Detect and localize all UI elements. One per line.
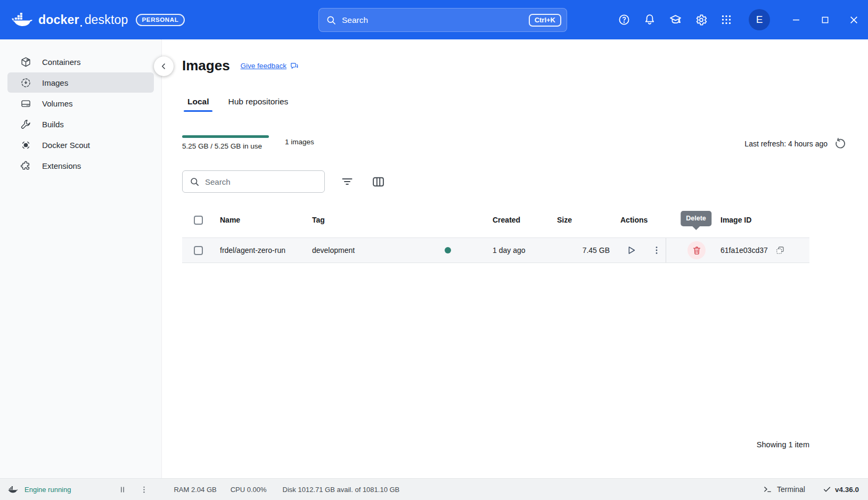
version-indicator[interactable]: v4.36.0 [819, 485, 859, 494]
tab-local-label: Local [187, 97, 209, 106]
containers-icon [20, 56, 31, 68]
image-tag: development [309, 246, 437, 255]
table-row: frdel/agent-zero-run development 1 day a… [182, 237, 809, 263]
sidebar-item-label: Builds [42, 120, 64, 129]
image-size: 7.45 GB [543, 246, 610, 255]
row-actions [610, 241, 666, 259]
sidebar-item-label: Images [42, 78, 68, 87]
images-table: Name Tag Created Size Actions Image ID f… [182, 210, 809, 263]
delete-image-button[interactable] [687, 241, 706, 259]
search-icon [326, 15, 337, 26]
sidebar-item-extensions[interactable]: Extensions [7, 155, 154, 176]
window-close-button[interactable] [839, 0, 868, 39]
brand-dot [80, 25, 82, 27]
sidebar-item-label: Extensions [42, 161, 81, 170]
sidebar-item-docker-scout[interactable]: Docker Scout [7, 135, 154, 155]
volumes-icon [20, 98, 31, 109]
terminal-button[interactable]: Terminal [758, 485, 805, 494]
brand-text: docker desktop [38, 13, 128, 27]
images-count: 1 images [285, 138, 314, 146]
cpu-usage: CPU 0.00% [231, 486, 267, 494]
table-toolbar [182, 170, 388, 193]
help-button[interactable] [613, 9, 635, 30]
builds-icon [20, 119, 31, 130]
column-header-image-id[interactable]: Image ID [716, 216, 809, 224]
user-avatar[interactable]: E [749, 9, 770, 30]
table-header: Name Tag Created Size Actions Image ID [182, 210, 809, 230]
sidebar-item-images[interactable]: Images [7, 72, 154, 93]
tab-hub-label: Hub repositories [228, 97, 288, 106]
last-refresh-text: Last refresh: 4 hours ago [744, 140, 828, 148]
row-more-actions-button[interactable] [648, 241, 666, 259]
ram-usage: RAM 2.04 GB [174, 486, 216, 494]
row-checkbox[interactable] [194, 246, 203, 255]
window-minimize-button[interactable] [782, 0, 810, 39]
tab-hub-repositories[interactable]: Hub repositories [224, 97, 292, 112]
engine-status-label[interactable]: Engine running [24, 486, 71, 494]
version-label: v4.36.0 [835, 486, 859, 494]
usage-summary: 5.25 GB / 5.25 GB in use 1 images Last r… [182, 133, 847, 150]
row-count-label: Showing 1 item [757, 440, 809, 449]
disk-usage-label: Disk 1012.71 GB avail. of 1081.10 GB [283, 486, 400, 494]
terminal-label: Terminal [777, 485, 805, 494]
run-image-button[interactable] [622, 241, 640, 259]
column-header-name[interactable]: Name [215, 216, 309, 224]
sidebar-collapse-button[interactable] [154, 56, 174, 76]
usage-progress-bar [182, 135, 269, 138]
plan-badge[interactable]: PERSONAL [136, 14, 185, 26]
column-header-created[interactable]: Created [490, 216, 543, 224]
images-page: Images Give feedback Local Hub repositor… [162, 39, 868, 478]
page-title: Images [182, 58, 230, 74]
docker-whale-icon [12, 12, 33, 28]
page-header: Images Give feedback [182, 58, 302, 74]
docker-desktop-window: { "titlebar": { "brand_docker": "docker"… [0, 0, 868, 500]
give-feedback-link[interactable]: Give feedback [241, 61, 302, 70]
docker-scout-icon [20, 140, 31, 151]
window-maximize-button[interactable] [810, 0, 839, 39]
status-bar: Engine running RAM 2.04 GB CPU 0.00% Dis… [0, 478, 868, 500]
images-search-input[interactable] [205, 177, 324, 186]
docker-logo: docker desktop PERSONAL [12, 12, 185, 28]
engine-whale-icon [7, 486, 18, 494]
sidebar-item-volumes[interactable]: Volumes [7, 93, 154, 113]
titlebar: docker desktop PERSONAL Search Ctrl+K E [0, 0, 868, 39]
brand-desktop: desktop [85, 13, 128, 27]
shortcut-chip: Ctrl+K [529, 14, 561, 27]
images-icon [20, 77, 31, 88]
column-header-actions: Actions [610, 216, 666, 224]
titlebar-actions: E [613, 0, 868, 39]
sidebar-item-containers[interactable]: Containers [7, 52, 154, 72]
settings-gear-button[interactable] [690, 9, 711, 30]
terminal-icon [763, 485, 772, 494]
notifications-button[interactable] [639, 9, 660, 30]
copy-image-id-icon[interactable] [775, 245, 785, 255]
apps-grid-button[interactable] [716, 9, 737, 30]
select-all-checkbox[interactable] [194, 216, 203, 225]
sidebar-item-label: Containers [42, 58, 81, 67]
refresh-icon[interactable] [834, 137, 847, 150]
search-icon [190, 177, 200, 187]
columns-icon[interactable] [369, 172, 388, 191]
sidebar-item-builds[interactable]: Builds [7, 114, 154, 134]
tabs: Local Hub repositories [184, 97, 304, 112]
image-name[interactable]: frdel/agent-zero-run [215, 246, 309, 255]
statusbar-right: Terminal v4.36.0 [758, 485, 859, 494]
delete-tooltip: Delete [681, 211, 711, 226]
pause-engine-button[interactable] [119, 486, 126, 494]
learning-center-button[interactable] [665, 9, 686, 30]
engine-more-options-button[interactable] [140, 486, 148, 494]
in-use-status-dot [445, 247, 451, 253]
global-search-bar[interactable]: Search Ctrl+K [318, 8, 567, 32]
sidebar: Containers Images Volumes Builds Docker … [0, 39, 162, 478]
last-refresh: Last refresh: 4 hours ago [744, 137, 847, 150]
sidebar-item-label: Docker Scout [42, 141, 90, 150]
extensions-icon [20, 160, 31, 171]
column-header-tag[interactable]: Tag [309, 216, 437, 224]
column-header-size[interactable]: Size [543, 216, 610, 224]
sidebar-item-label: Volumes [42, 99, 73, 108]
filter-icon[interactable] [338, 172, 357, 191]
images-search-box [182, 170, 325, 193]
tab-local[interactable]: Local [184, 97, 212, 112]
brand-docker: docker [38, 13, 79, 27]
image-id[interactable]: 61fa1e03cd37 [720, 246, 768, 255]
